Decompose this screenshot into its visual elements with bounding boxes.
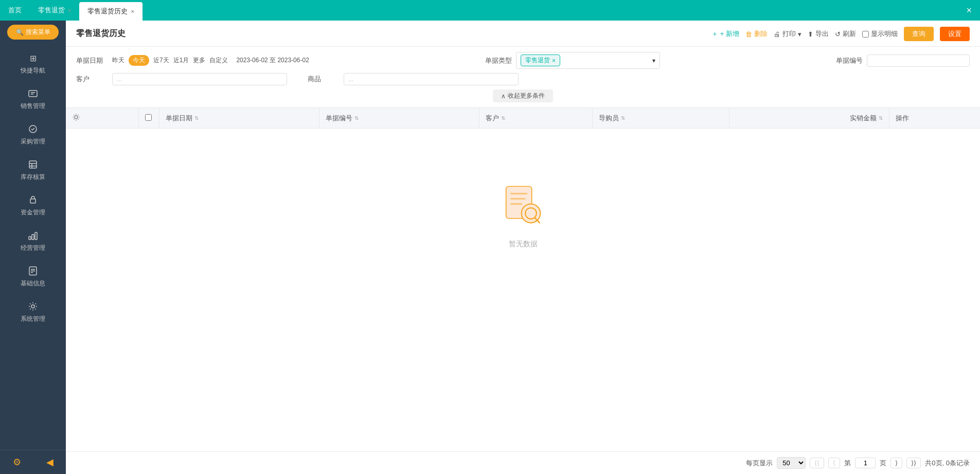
th-date[interactable]: 单据日期 ⇅ [159, 108, 319, 129]
search-menu-label: 搜索菜单 [26, 28, 50, 37]
svg-rect-4 [29, 161, 37, 168]
type-filter-label: 单据类型 [485, 56, 516, 65]
tab-home[interactable]: 首页 [0, 0, 30, 21]
th-date-label: 单据日期 [166, 114, 192, 123]
th-number[interactable]: 单据编号 ⇅ [319, 108, 479, 129]
export-button[interactable]: ⬆ 导出 [808, 29, 829, 39]
search-menu-button[interactable]: 🔍 搜索菜单 [7, 25, 59, 40]
query-label: 查询 [912, 29, 925, 39]
toolbar: ＋ + 新增 🗑 删除 🖨 打印 ▾ ⬆ 导出 [711, 27, 970, 41]
system-mgmt-icon [27, 300, 39, 313]
number-filter-label: 单据编号 [836, 56, 867, 65]
svg-rect-21 [510, 203, 522, 205]
query-button[interactable]: 查询 [904, 27, 934, 41]
main-layout: 🔍 搜索菜单 ⊞ 快捷导航 销售管理 采购管理 库存核算 [0, 21, 980, 474]
collapse-button[interactable]: ∧ 收起更多条件 [493, 89, 553, 102]
next-page-button[interactable]: ⟩ [890, 458, 902, 468]
sidebar-item-system-mgmt[interactable]: 系统管理 [0, 294, 66, 330]
th-guide[interactable]: 导购员 ⇅ [593, 108, 729, 129]
page-title: 零售退货历史 [76, 28, 126, 39]
select-all-checkbox[interactable] [145, 114, 152, 121]
type-dropdown-chevron: ▾ [652, 57, 655, 64]
refresh-icon: ↺ [835, 30, 841, 38]
svg-rect-11 [35, 232, 37, 240]
amount-sort-icon: ⇅ [879, 115, 883, 121]
sidebar-item-inventory[interactable]: 库存核算 [0, 152, 66, 188]
show-detail-checkbox[interactable] [862, 31, 869, 38]
current-page-input[interactable] [855, 458, 876, 468]
page-unit: 页 [880, 459, 886, 468]
sidebar-bottom: ⚙ ◀ [0, 450, 66, 474]
type-filter-dropdown[interactable]: 零售退货 × ▾ [516, 52, 660, 69]
svg-rect-20 [510, 198, 525, 199]
th-customer[interactable]: 客户 ⇅ [479, 108, 593, 129]
sales-mgmt-icon [27, 87, 39, 100]
collapse-sidebar-icon[interactable]: ◀ [46, 457, 54, 468]
delete-icon: 🗑 [745, 30, 752, 38]
page-size-select[interactable]: 50 20 100 [777, 457, 806, 469]
th-number-label: 单据编号 [326, 114, 352, 123]
add-button[interactable]: ＋ + 新增 [711, 29, 739, 39]
svg-rect-19 [510, 193, 527, 194]
page-size-label: 每页显示 [746, 459, 773, 468]
sidebar-item-inventory-label: 库存核算 [21, 173, 45, 181]
first-page-button[interactable]: ⟨⟨ [810, 458, 824, 468]
tab-retail-return-history[interactable]: 零售退货历史 × [79, 2, 142, 21]
sidebar-item-quick-nav[interactable]: ⊞ 快捷导航 [0, 46, 66, 81]
window-close-button[interactable]: × [966, 5, 972, 16]
filter-row-customer: 客户 ... 商品 ... [76, 73, 970, 85]
customer-filter-input[interactable]: ... [112, 73, 287, 85]
sidebar-item-purchase-mgmt[interactable]: 采购管理 [0, 117, 66, 152]
print-button[interactable]: 🖨 打印 ▾ [774, 29, 801, 39]
show-detail-label-text: 显示明细 [871, 29, 898, 39]
refresh-button[interactable]: ↺ 刷新 [835, 29, 856, 39]
setting-label: 设置 [948, 29, 961, 39]
delete-button[interactable]: 🗑 删除 [745, 29, 768, 39]
tab-home-label: 首页 [8, 6, 22, 15]
prev-page-button[interactable]: ⟨ [828, 458, 840, 468]
date-opt-today[interactable]: 今天 [129, 55, 149, 66]
th-settings[interactable] [66, 108, 139, 129]
date-filter-label: 单据日期 [76, 56, 112, 65]
sidebar-item-operations-label: 经营管理 [21, 244, 45, 252]
page-word: 第 [844, 459, 851, 468]
filter-row-date: 单据日期 昨天 今天 近7天 近1月 更多 自定义 2023-06-02 至 2… [76, 52, 970, 69]
content-area: 零售退货历史 ＋ + 新增 🗑 删除 🖨 打印 ▾ [66, 21, 980, 474]
th-customer-label: 客户 [486, 114, 499, 123]
sidebar-item-basic-info[interactable]: 基础信息 [0, 259, 66, 294]
filter-area: 单据日期 昨天 今天 近7天 近1月 更多 自定义 2023-06-02 至 2… [66, 47, 980, 108]
th-amount[interactable]: 实销金额 ⇅ [729, 108, 889, 129]
tab-retail-return-close[interactable]: × [68, 7, 71, 13]
sidebar-item-sales-mgmt[interactable]: 销售管理 [0, 81, 66, 117]
guide-sort-icon: ⇅ [621, 115, 625, 121]
sidebar-item-purchase-mgmt-label: 采购管理 [21, 137, 45, 146]
goods-filter-label: 商品 [308, 75, 344, 84]
th-action: 操作 [889, 108, 980, 129]
tab-retail-return-history-close[interactable]: × [131, 8, 134, 14]
last-page-button[interactable]: ⟩⟩ [906, 458, 921, 468]
date-opt-yesterday[interactable]: 昨天 [112, 56, 124, 65]
total-info: 共0页, 0条记录 [925, 459, 970, 468]
sidebar: 🔍 搜索菜单 ⊞ 快捷导航 销售管理 采购管理 库存核算 [0, 21, 66, 474]
number-filter-input[interactable] [867, 54, 970, 67]
svg-rect-0 [29, 90, 37, 97]
setting-button[interactable]: 设置 [940, 27, 970, 41]
settings-icon[interactable]: ⚙ [13, 457, 21, 468]
refresh-label: 刷新 [843, 29, 856, 39]
date-opt-1month[interactable]: 近1月 [173, 56, 189, 65]
th-checkbox[interactable] [139, 108, 159, 129]
sidebar-item-basic-info-label: 基础信息 [21, 279, 45, 288]
customer-placeholder: ... [117, 76, 282, 83]
date-opt-more[interactable]: 更多 [193, 56, 205, 65]
date-opt-custom[interactable]: 自定义 [209, 56, 228, 65]
sidebar-item-operations[interactable]: 经营管理 [0, 223, 66, 259]
date-opt-7days[interactable]: 近7天 [153, 56, 169, 65]
show-detail-toggle[interactable]: 显示明细 [862, 29, 898, 39]
sidebar-item-finance[interactable]: 资金管理 [0, 188, 66, 223]
tab-retail-return[interactable]: 零售退货 × [30, 0, 79, 21]
type-filter-tag-close[interactable]: × [552, 57, 556, 64]
page-header: 零售退货历史 ＋ + 新增 🗑 删除 🖨 打印 ▾ [66, 21, 980, 47]
print-label: 打印 [782, 29, 796, 39]
goods-filter-input[interactable]: ... [344, 73, 519, 85]
th-amount-label: 实销金额 [850, 114, 877, 123]
